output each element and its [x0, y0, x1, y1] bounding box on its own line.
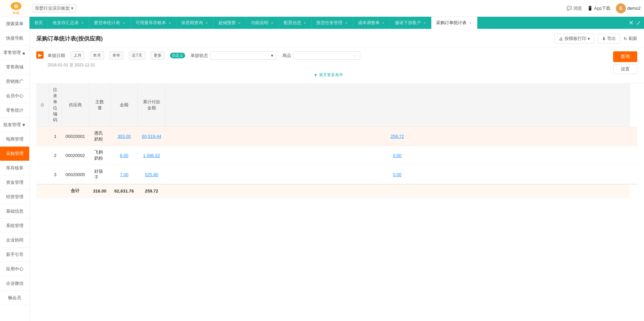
tab-purchase-summary[interactable]: 采购订单统计表 × — [431, 17, 477, 29]
date-btn-this-month[interactable]: 本月 — [90, 51, 104, 60]
gear-icon[interactable]: ⚙ — [40, 102, 45, 108]
top-bar: 畅 标题 母婴行业演示账套 ▾ 💬 消息 📱 App下载 E demo2 — [0, 0, 644, 17]
table-header-row: ⚙ 往来单位编码 供应商 主数量 金额 累计付款金额 — [36, 84, 637, 127]
tab-close-overstock-warning[interactable]: × — [238, 20, 241, 25]
tab-close-all-icon[interactable]: ✕ — [629, 19, 634, 26]
tab-close-config-info[interactable]: × — [303, 20, 307, 25]
row-settings-2 — [36, 165, 49, 184]
date-btn-this-year[interactable]: 本年 — [109, 51, 123, 60]
print-icon: 🖨 — [559, 36, 563, 41]
tab-close-receive-summary[interactable]: × — [81, 20, 84, 25]
tab-order-summary[interactable]: 要货单统计表 × — [89, 17, 130, 29]
goods-input[interactable]: ··· — [293, 51, 360, 60]
page-inner: 采购订单统计表(按供应商) 🖨 按模板打印 ▾ ⬇ 导出 ↻ — [30, 29, 644, 321]
tab-close-order-summary[interactable]: × — [122, 20, 125, 25]
sidebar-item-apps[interactable]: 应用中心 — [0, 262, 29, 276]
app-download-button[interactable]: 📱 App下载 — [587, 5, 610, 11]
setting-button[interactable]: 设置 — [613, 64, 637, 74]
tab-function-desc[interactable]: 功能说明 × — [246, 17, 279, 29]
sidebar-item-enterprise[interactable]: 企业协同 — [0, 233, 29, 248]
user-menu[interactable]: E demo2 — [616, 3, 641, 13]
row-amount-0[interactable]: 60,519.44 — [138, 127, 165, 146]
date-btn-7days[interactable]: 近7天 — [129, 51, 145, 60]
tab-close-expiry-query[interactable]: × — [205, 20, 208, 25]
tab-config-info[interactable]: 配置信息 × — [279, 17, 312, 29]
sidebar-item-shortcut[interactable]: 快捷导航 — [0, 31, 29, 46]
sidebar-item-business[interactable]: 经营管理 — [0, 190, 29, 204]
sidebar-item-system[interactable]: 系统管理 — [0, 219, 29, 233]
row-empty-1 — [629, 146, 637, 165]
table-row: 2 00020002 飞鹤奶粉 6.00 1,586.52 0.00 — [36, 146, 637, 165]
tab-receive-summary[interactable]: 收发存汇总表 × — [48, 17, 89, 29]
query-button[interactable]: 查询 — [613, 51, 637, 62]
tab-overstock-warning[interactable]: 超储预警 × — [214, 17, 246, 29]
refresh-button[interactable]: ↻ 刷新 — [624, 36, 637, 42]
row-paid-amount-0[interactable]: 259.72 — [165, 127, 629, 146]
sidebar-item-retail[interactable]: 零售管理▲ — [0, 46, 29, 60]
tab-available-inventory[interactable]: 可用量库存账本 × — [131, 17, 176, 29]
phone-icon: 📱 — [587, 6, 593, 11]
sidebar-item-wechat[interactable]: 企业微信 — [0, 276, 29, 291]
chevron-down-icon: ▾ — [588, 36, 590, 41]
sidebar-item-marketing[interactable]: 营销推广 — [0, 74, 29, 89]
row-amount-1[interactable]: 1,586.52 — [138, 146, 165, 165]
page-title: 采购订单统计表(按供应商) — [36, 35, 103, 43]
filter-row-1: 单据日期 上月 本月 本年 近7天 更多 自定义 单据状态 — [48, 51, 609, 60]
sidebar-item-retail-stats[interactable]: 零售统计 — [0, 103, 29, 118]
sidebar-item-search[interactable]: 搜索菜单 — [0, 17, 29, 31]
user-name: demo2 — [627, 6, 641, 11]
row-paid-amount-2[interactable]: 0.00 — [165, 165, 629, 184]
chevron-down-icon: ▾ — [71, 6, 73, 11]
sidebar-item-finance[interactable]: 资金管理 — [0, 175, 29, 190]
message-icon: 💬 — [567, 6, 572, 11]
sidebar-item-ecommerce[interactable]: 电商管理 — [0, 132, 29, 147]
tab-close-cost-adjust[interactable]: × — [382, 20, 385, 25]
tab-expiry-query[interactable]: 保质期查询 × — [176, 17, 213, 29]
row-paid-amount-1[interactable]: 0.00 — [165, 146, 629, 165]
date-btn-more[interactable]: 更多 — [151, 51, 165, 60]
row-quantity-1[interactable]: 6.00 — [110, 146, 138, 165]
filter-goods: 商品 ··· — [282, 51, 360, 60]
table-area: ⚙ 往来单位编码 供应商 主数量 金额 累计付款金额 — [30, 84, 644, 204]
tab-close-invite-customer[interactable]: × — [423, 20, 426, 25]
date-range-display: 2016-01-01 至 2023-12-31 — [48, 62, 95, 68]
filter-toggle-button[interactable]: ▶ — [36, 51, 44, 59]
row-quantity-0[interactable]: 303.00 — [110, 127, 138, 146]
row-amount-2[interactable]: 525.80 — [138, 165, 165, 184]
tab-fullscreen-icon[interactable]: ⤢ — [636, 20, 641, 26]
export-button[interactable]: ⬇ 导出 — [598, 34, 620, 44]
sidebar: 搜索菜单 快捷导航 零售管理▲ 零售商城 营销推广 会员中心 零售统计 批发管理… — [0, 17, 30, 321]
tab-close-function-desc[interactable]: × — [270, 20, 274, 25]
tab-close-purchase-summary[interactable]: × — [469, 20, 472, 25]
sidebar-item-basic[interactable]: 基础信息 — [0, 204, 29, 219]
message-button[interactable]: 💬 消息 — [567, 5, 582, 11]
date-btn-last-month[interactable]: 上月 — [70, 51, 85, 60]
sidebar-item-wholesale[interactable]: 批发管理▼ — [0, 118, 29, 132]
industry-selector[interactable]: 母婴行业演示账套 ▾ — [32, 4, 76, 13]
row-quantity-2[interactable]: 7.00 — [110, 165, 138, 184]
sidebar-item-purchase[interactable]: 采购管理 — [0, 147, 29, 161]
table-row: 1 00020001 惠氏奶粉 303.00 60,519.44 259.72 — [36, 127, 637, 146]
template-print-button[interactable]: 🖨 按模板打印 ▾ — [554, 34, 594, 44]
sidebar-item-newbie[interactable]: 新手引导 — [0, 248, 29, 262]
tab-cost-adjust[interactable]: 成本调整单 × — [353, 17, 390, 29]
status-select[interactable]: ▾ — [210, 51, 277, 60]
expand-more-button[interactable]: ▼ 展开更多条件 — [312, 71, 344, 79]
tab-invite-customer[interactable]: 邀请下游客户 × — [390, 17, 431, 29]
tab-pick-task[interactable]: 拣货任务管理 × — [312, 17, 353, 29]
sidebar-item-member[interactable]: 会员中心 — [0, 89, 29, 103]
logo-text: 标题 — [13, 11, 19, 15]
table-footer-row: 合计 316.00 62,631.76 259.72 — [36, 184, 637, 198]
page-container: 采购订单统计表(按供应商) 🖨 按模板打印 ▾ ⬇ 导出 ↻ — [30, 29, 644, 321]
filter-row-2: 2016-01-01 至 2023-12-31 — [48, 62, 609, 68]
row-empty-0 — [629, 127, 637, 146]
tab-bar: 首页 收发存汇总表 × 要货单统计表 × 可用量库存账本 × 保质期查询 × 超… — [30, 17, 644, 29]
sidebar-item-member2[interactable]: 畅会员 — [0, 291, 29, 305]
row-unit-code-1: 00020002 — [62, 146, 89, 165]
footer-empty-settings — [36, 184, 49, 198]
sidebar-item-inventory[interactable]: 库存核算 — [0, 161, 29, 175]
tab-close-available-inventory[interactable]: × — [168, 20, 171, 25]
tab-home[interactable]: 首页 — [30, 17, 48, 29]
sidebar-item-retail-shop[interactable]: 零售商城 — [0, 60, 29, 74]
tab-close-pick-task[interactable]: × — [344, 20, 348, 25]
